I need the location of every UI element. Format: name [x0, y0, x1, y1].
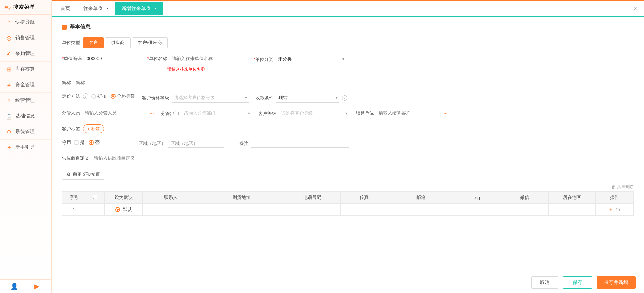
- dept-arrow[interactable]: ▾: [246, 111, 251, 116]
- disabled-no-radio[interactable]: [89, 140, 94, 145]
- supplier-custom-input[interactable]: [92, 154, 189, 162]
- sidebar-item-finance[interactable]: ◈ 资金管理: [0, 77, 51, 93]
- tab-bar: 首页 往来单位 × 新增往来单位 × ×: [52, 1, 644, 17]
- user-icon[interactable]: 👤: [3, 283, 26, 290]
- row-actions: ＋ 🗑: [599, 206, 630, 213]
- payment-hint-icon[interactable]: ?: [342, 95, 347, 101]
- manager-label: 分管人员: [62, 110, 80, 116]
- pricing-discount[interactable]: 折扣: [91, 93, 107, 99]
- tab-partner-list[interactable]: 往来单位 ×: [77, 2, 115, 15]
- row-address: [199, 204, 284, 216]
- sidebar-item-base-info[interactable]: 📋 基础信息: [0, 108, 51, 124]
- customer-price-select[interactable]: 请选择客户价格等级 ▾: [172, 93, 249, 103]
- settlement-unit-input[interactable]: [377, 109, 439, 117]
- col-region-header: 所在地区: [548, 192, 596, 204]
- row-checkbox[interactable]: [93, 207, 97, 211]
- custom-settings-label: 自定义项设置: [73, 171, 100, 177]
- add-tag-btn[interactable]: + 标签: [83, 124, 104, 133]
- tab-new-partner-close[interactable]: ×: [154, 6, 157, 11]
- short-name-input[interactable]: [74, 79, 143, 87]
- remark-input[interactable]: [251, 139, 349, 148]
- expand-icon[interactable]: ▶: [26, 283, 49, 290]
- row-wechat: [501, 204, 549, 216]
- region-input[interactable]: [168, 139, 224, 148]
- unit-type-customer-btn[interactable]: 客户: [83, 37, 104, 48]
- cancel-button[interactable]: 取消: [531, 276, 558, 289]
- custom-settings-btn[interactable]: ⚙ 自定义项设置: [62, 169, 104, 180]
- disabled-yes-radio[interactable]: [74, 140, 79, 145]
- region-table-input[interactable]: [552, 207, 592, 212]
- wechat-input[interactable]: [505, 207, 545, 212]
- unit-type-supplier-btn[interactable]: 供应商: [105, 37, 131, 48]
- discount-radio[interactable]: [91, 94, 96, 99]
- manager-input[interactable]: [83, 109, 146, 117]
- save-new-button[interactable]: 保存并新增: [597, 276, 636, 289]
- disabled-no[interactable]: 否: [89, 139, 100, 146]
- tab-partner-list-label: 往来单位: [83, 6, 103, 12]
- unit-type-group: 单位类型 客户 供应商 客户/供应商: [62, 37, 168, 48]
- sidebar-item-operation[interactable]: ≡ 经营管理: [0, 93, 51, 108]
- customer-tag-label: 客户标签: [62, 126, 80, 132]
- settlement-more-btn[interactable]: ···: [443, 110, 448, 116]
- payment-terms-arrow[interactable]: ▾: [334, 95, 339, 100]
- fax-input[interactable]: [344, 207, 384, 212]
- pricing-price-level[interactable]: 价格等级: [111, 93, 135, 99]
- col-op-header: 操作: [596, 192, 634, 204]
- region-more-btn[interactable]: ···: [228, 141, 233, 146]
- row-email: [388, 204, 454, 216]
- qq-input[interactable]: [458, 207, 498, 212]
- home-icon: ⌂: [6, 19, 13, 26]
- customer-price-arrow[interactable]: ▾: [244, 95, 249, 100]
- sidebar-item-sales-mgmt[interactable]: ◎ 销售管理: [0, 30, 51, 46]
- col-wechat-header: 微信: [501, 192, 549, 204]
- default-radio-circle[interactable]: [115, 207, 120, 212]
- row-check: [86, 204, 104, 216]
- tab-home[interactable]: 首页: [54, 2, 77, 15]
- save-button[interactable]: 保存: [563, 276, 592, 289]
- unit-category-group: *单位分类 未分类 ▾: [253, 55, 346, 64]
- sidebar-search[interactable]: ≡Q 搜索菜单: [0, 0, 51, 15]
- phone-input[interactable]: [288, 207, 337, 212]
- supplier-custom-label: 供应商自定义: [62, 155, 89, 161]
- sidebar-item-system-mgmt[interactable]: ⚙ 系统管理: [0, 124, 51, 140]
- unit-name-input[interactable]: [170, 55, 246, 63]
- customer-level-placeholder: 请选择客户等级: [279, 109, 344, 118]
- price-level-radio[interactable]: [111, 94, 116, 99]
- sidebar-item-purchase-mgmt[interactable]: 🛍 采购管理: [0, 46, 51, 62]
- pricing-hint-icon[interactable]: ?: [83, 93, 88, 99]
- disabled-yes[interactable]: 是: [74, 139, 85, 146]
- unit-category-select[interactable]: 未分类 ▾: [276, 55, 346, 64]
- batch-delete-btn[interactable]: 🗑 批量删除: [611, 184, 634, 190]
- dept-select[interactable]: 请输入分管部门 ▾: [182, 109, 251, 118]
- delete-row-icon[interactable]: 🗑: [616, 206, 621, 213]
- search-icon: ≡Q: [4, 5, 11, 10]
- unit-type-label: 单位类型: [62, 40, 80, 46]
- manager-more-btn[interactable]: ···: [150, 110, 154, 116]
- customer-level-arrow[interactable]: ▾: [344, 111, 349, 116]
- sidebar-item-guide[interactable]: ✦ 新手引导: [0, 140, 51, 155]
- customer-level-select[interactable]: 请选择客户等级 ▾: [279, 109, 349, 118]
- row-op: ＋ 🗑: [596, 204, 634, 216]
- settlement-unit-label: 结算单位: [356, 110, 374, 116]
- tab-new-partner-label: 新增往来单位: [121, 6, 151, 12]
- col-seq: 序号: [62, 192, 86, 204]
- payment-terms-select[interactable]: 现结 ▾: [276, 93, 339, 103]
- sidebar-item-inventory[interactable]: ⊞ 库存核算: [0, 62, 51, 77]
- unit-type-both-btn[interactable]: 客户/供应商: [132, 37, 168, 48]
- unit-category-arrow[interactable]: ▾: [341, 57, 346, 62]
- sidebar-item-quick-nav[interactable]: ⌂ 快捷导航: [0, 15, 51, 30]
- email-input[interactable]: [392, 207, 450, 212]
- plus-icon: +: [87, 127, 90, 131]
- row-default-radio[interactable]: 默认: [108, 206, 139, 213]
- unit-code-input[interactable]: [85, 55, 140, 63]
- add-row-icon[interactable]: ＋: [608, 206, 613, 213]
- disabled-radio-group: 是 否: [74, 139, 100, 146]
- tab-partner-list-close[interactable]: ×: [106, 6, 109, 11]
- window-close-icon[interactable]: ×: [629, 5, 641, 13]
- disabled-row: 停用 是 否 区域（地区） ··· 备注: [62, 139, 634, 148]
- batch-delete-wrapper: 🗑 批量删除: [62, 184, 634, 190]
- tab-new-partner[interactable]: 新增往来单位 ×: [115, 2, 163, 15]
- address-input[interactable]: [203, 207, 280, 212]
- contact-input[interactable]: [146, 207, 196, 212]
- select-all-checkbox[interactable]: [93, 195, 97, 199]
